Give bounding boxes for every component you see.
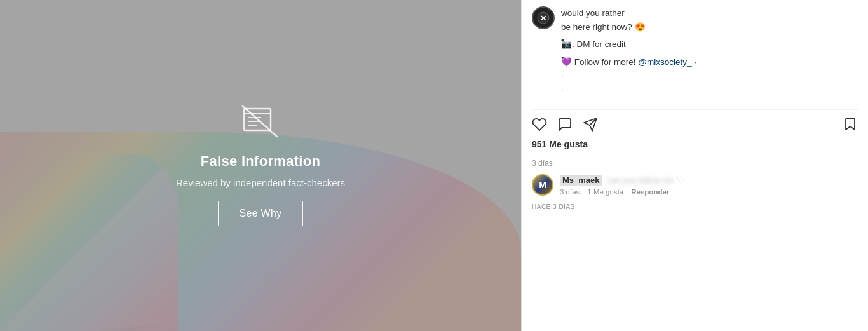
bookmark-icon[interactable] (843, 116, 858, 135)
comment-body: Ms_maek can you follow me ♡ 3 días 1 Me … (560, 174, 858, 196)
caption-line-4: 💜 Follow for more! @mixsociety_ · (561, 55, 696, 69)
comment-meta: 3 días 1 Me gusta Responder (560, 188, 858, 196)
post-timestamp: HACE 3 DÍAS (532, 203, 858, 210)
caption-text: would you rather be here right now? 😍 • … (561, 6, 696, 97)
caption-area: ✕ would you rather be here right now? 😍 … (532, 6, 858, 109)
comment-item: M Ms_maek can you follow me ♡ 3 días 1 M… (532, 174, 858, 196)
false-info-title: False Information (201, 153, 320, 170)
mention: @mixsociety_ (638, 57, 691, 67)
caption-line-5: · (561, 69, 696, 83)
commenter-avatar: M (532, 174, 553, 196)
left-panel: False Information Reviewed by independen… (0, 0, 521, 331)
false-info-overlay: False Information Reviewed by independen… (0, 0, 521, 331)
caption-line-6: · (561, 83, 696, 97)
caption-line-2: be here right now? 😍 (561, 20, 696, 34)
comment-heart-icon[interactable]: ♡ (677, 175, 685, 185)
time-ago-label: 3 días (532, 159, 858, 168)
like-icon[interactable] (532, 117, 547, 135)
caption-line-1: would you rather (561, 6, 696, 20)
action-bar (532, 109, 858, 139)
svg-text:✕: ✕ (540, 14, 546, 23)
right-panel: ✕ would you rather be here right now? 😍 … (521, 0, 868, 331)
likes-count: 951 Me gusta (532, 139, 858, 151)
comments-section: 3 días M Ms_maek can you follow me ♡ 3 d… (532, 151, 858, 196)
comment-reply-button[interactable]: Responder (631, 188, 669, 196)
comment-icon[interactable] (557, 117, 573, 135)
avatar: ✕ (532, 6, 555, 29)
comment-text: can you follow me (607, 175, 674, 185)
see-why-button[interactable]: See Why (218, 201, 302, 226)
comment-time: 3 días (560, 188, 580, 196)
comment-likes: 1 Me gusta (587, 188, 623, 196)
false-info-icon (241, 105, 280, 143)
caption-header: ✕ would you rather be here right now? 😍 … (532, 6, 858, 97)
commenter-username: Ms_maek (560, 175, 602, 186)
share-icon[interactable] (583, 117, 598, 135)
caption-line-3: 📷: DM for credit (561, 37, 696, 51)
false-info-subtitle: Reviewed by independent fact-checkers (176, 177, 345, 188)
